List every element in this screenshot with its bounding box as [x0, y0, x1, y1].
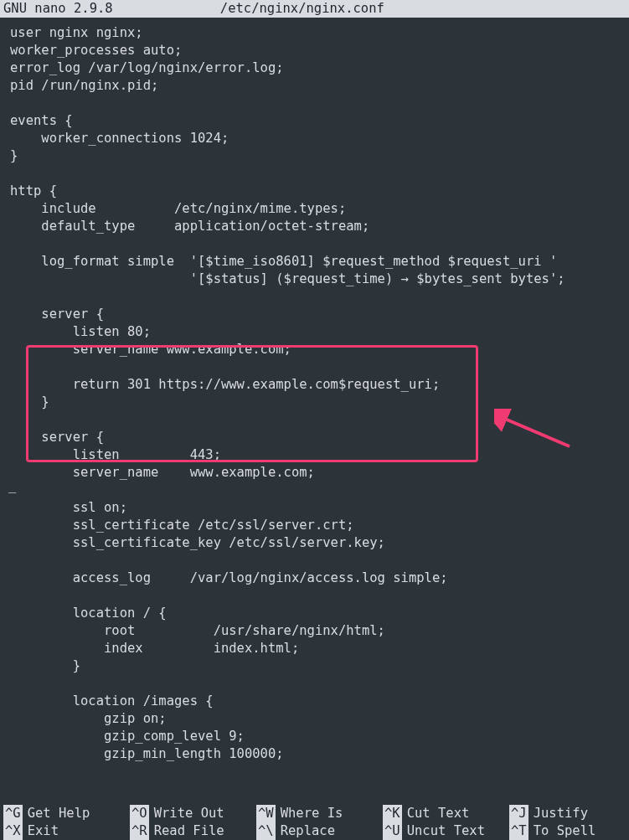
shortcut-where-is[interactable]: ^WWhere Is	[256, 805, 379, 822]
shortcut-write-out[interactable]: ^OWrite Out	[130, 805, 253, 822]
shortcut-uncut-text[interactable]: ^UUncut Text	[383, 822, 506, 840]
key-label: ^T	[509, 822, 528, 840]
shortcut-label: Uncut Text	[407, 822, 485, 840]
key-label: ^O	[130, 805, 149, 822]
key-label: ^G	[3, 805, 23, 822]
shortcut-bar: ^GGet Help ^OWrite Out ^WWhere Is ^KCut …	[0, 805, 629, 840]
key-label: ^R	[130, 822, 149, 840]
shortcut-to-spell[interactable]: ^TTo Spell	[509, 822, 629, 840]
shortcut-label: Write Out	[154, 805, 224, 822]
key-label: ^J	[509, 805, 528, 822]
shortcut-label: Get Help	[28, 805, 90, 822]
shortcut-label: To Spell	[534, 822, 596, 840]
shortcut-read-file[interactable]: ^RRead File	[130, 822, 253, 840]
editor-content[interactable]: user nginx nginx; worker_processes auto;…	[0, 18, 629, 763]
shortcut-exit[interactable]: ^XExit	[3, 822, 126, 840]
shortcut-replace[interactable]: ^\Replace	[256, 822, 379, 840]
key-label: ^\	[256, 822, 276, 840]
shortcut-label: Read File	[154, 822, 224, 840]
file-name: /etc/nginx/nginx.conf	[113, 0, 626, 18]
key-label: ^U	[383, 822, 402, 840]
shortcut-label: Exit	[28, 822, 59, 840]
shortcut-cut-text[interactable]: ^KCut Text	[383, 805, 506, 822]
key-label: ^W	[256, 805, 276, 822]
key-label: ^X	[3, 822, 23, 840]
app-name: GNU nano 2.9.8	[3, 0, 113, 18]
title-bar: GNU nano 2.9.8 /etc/nginx/nginx.conf	[0, 0, 629, 18]
key-label: ^K	[383, 805, 402, 822]
shortcut-justify[interactable]: ^JJustify	[509, 805, 629, 822]
edit-mark: _	[8, 477, 16, 495]
shortcut-get-help[interactable]: ^GGet Help	[3, 805, 126, 822]
shortcut-label: Justify	[534, 805, 588, 822]
shortcut-label: Replace	[281, 822, 335, 840]
shortcut-label: Cut Text	[407, 805, 470, 822]
shortcut-label: Where Is	[281, 805, 343, 822]
